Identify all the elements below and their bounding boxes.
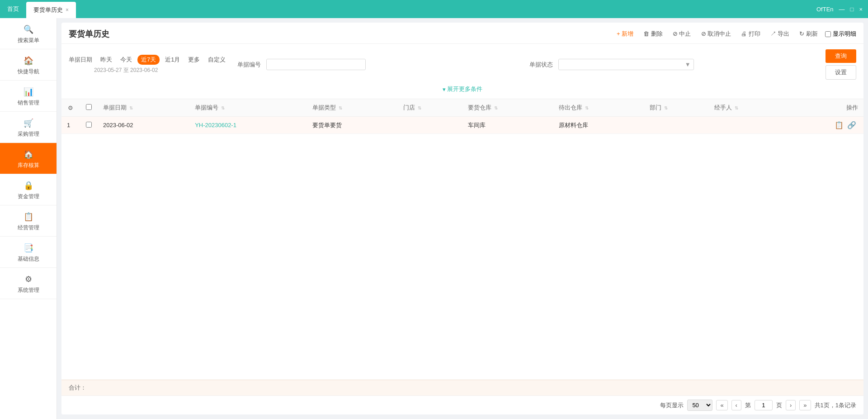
th-settings[interactable]: ⚙: [61, 99, 80, 117]
cell-bill-number: YH-20230602-1: [189, 117, 307, 134]
th-bill-type[interactable]: 单据类型 ⇅: [307, 99, 398, 117]
sidebar-item-label: 搜索菜单: [18, 37, 39, 44]
row-action-link[interactable]: 🔗: [847, 121, 856, 129]
delete-button[interactable]: 🗑 删除: [641, 28, 665, 40]
show-detail-label[interactable]: 显示明细: [825, 30, 856, 38]
sort-icon-handler: ⇅: [735, 105, 738, 110]
sidebar-item-operations-management[interactable]: 📋 经营管理: [0, 205, 57, 237]
bill-number-input[interactable]: [266, 59, 366, 70]
date-btn-1month[interactable]: 近1月: [162, 55, 183, 65]
cell-department: [644, 117, 709, 134]
cell-pending-warehouse: 原材料仓库: [553, 117, 644, 134]
maximize-btn[interactable]: □: [850, 6, 854, 13]
next-page-button[interactable]: ›: [786, 400, 796, 410]
sort-icon-pending-warehouse: ⇅: [585, 105, 589, 110]
show-detail-checkbox[interactable]: [825, 31, 831, 37]
bill-number-label: 单据编号: [237, 61, 261, 69]
tab-label: 要货单历史: [33, 6, 63, 14]
sort-icon-department: ⇅: [664, 105, 668, 110]
select-all-checkbox[interactable]: [86, 104, 92, 110]
query-button[interactable]: 查询: [826, 49, 856, 63]
th-action: 操作: [787, 99, 863, 117]
sidebar-item-capital-management[interactable]: 🔒 资金管理: [0, 174, 57, 205]
bill-date-label: 单据日期: [69, 56, 92, 64]
capital-management-icon: 🔒: [24, 181, 33, 190]
last-page-button[interactable]: »: [799, 400, 811, 410]
brand-label: OfTEn: [816, 6, 834, 13]
content-area: 要货单历史 + 新增 🗑 删除 ⊘ 中止 ⊘ 取消中止 🖨 打印 ↗ 导出 ↻ …: [57, 18, 868, 419]
cell-bill-date: 2023-06-02: [98, 117, 189, 134]
print-button[interactable]: 🖨 打印: [738, 28, 763, 40]
th-req-warehouse[interactable]: 要货仓库 ⇅: [462, 99, 553, 117]
table-header-row: ⚙ 单据日期 ⇅ 单据编号 ⇅: [61, 99, 863, 117]
sales-management-icon: 📊: [24, 87, 33, 97]
sidebar-item-search-menu[interactable]: 🔍 搜索菜单: [0, 18, 57, 49]
page-number-input[interactable]: [755, 400, 773, 410]
prev-page-button[interactable]: ‹: [731, 400, 741, 410]
page-header: 要货单历史 + 新增 🗑 删除 ⊘ 中止 ⊘ 取消中止 🖨 打印 ↗ 导出 ↻ …: [61, 23, 863, 44]
sort-icon-bill-number: ⇅: [221, 105, 225, 110]
date-range-display: 2023-05-27 至 2023-06-02: [94, 67, 158, 74]
sidebar-item-system-management[interactable]: ⚙ 系统管理: [0, 268, 57, 299]
setting-button[interactable]: 设置: [826, 65, 856, 80]
date-btn-today[interactable]: 今天: [118, 55, 135, 65]
page-content: 要货单历史 + 新增 🗑 删除 ⊘ 中止 ⊘ 取消中止 🖨 打印 ↗ 导出 ↻ …: [61, 23, 863, 414]
tab-close-icon[interactable]: ×: [66, 7, 69, 13]
sort-icon-store: ⇅: [418, 105, 421, 110]
cell-store: [398, 117, 462, 134]
date-btn-more[interactable]: 更多: [185, 55, 203, 65]
tab-requisition-history[interactable]: 要货单历史 ×: [26, 2, 76, 18]
page-label: 第: [745, 401, 751, 409]
stop-button[interactable]: ⊘ 中止: [670, 28, 694, 40]
th-pending-warehouse[interactable]: 待出仓库 ⇅: [553, 99, 644, 117]
inventory-accounting-icon: 🏠: [24, 149, 33, 159]
refresh-button[interactable]: ↻ 刷新: [797, 28, 821, 40]
sidebar-item-label: 库存核算: [18, 162, 39, 169]
th-bill-number[interactable]: 单据编号 ⇅: [189, 99, 307, 117]
cell-index: 1: [61, 117, 80, 134]
table-body: 1 2023-06-02 YH-20230602-1 要货单要货 车间库: [61, 117, 863, 134]
export-button[interactable]: ↗ 导出: [768, 28, 793, 40]
sidebar-item-sales-management[interactable]: 📊 销售管理: [0, 81, 57, 112]
close-btn[interactable]: ×: [859, 6, 863, 13]
sort-icon-bill-type: ⇅: [339, 105, 342, 110]
sidebar-item-shortcut-nav[interactable]: 🏠 快捷导航: [0, 49, 57, 81]
bill-number-link[interactable]: YH-20230602-1: [195, 122, 236, 129]
top-bar: 首页 要货单历史 × OfTEn — □ ×: [0, 0, 868, 18]
tab-home[interactable]: 首页: [0, 0, 26, 18]
th-bill-date[interactable]: 单据日期 ⇅: [98, 99, 189, 117]
th-checkbox: [80, 99, 98, 117]
table-row: 1 2023-06-02 YH-20230602-1 要货单要货 车间库: [61, 117, 863, 134]
th-department[interactable]: 部门 ⇅: [644, 99, 709, 117]
total-info: 共1页，1条记录: [815, 401, 856, 409]
top-bar-right: OfTEn — □ ×: [816, 6, 868, 13]
date-btn-custom[interactable]: 自定义: [205, 55, 228, 65]
bill-status-select[interactable]: [558, 59, 694, 70]
page-unit: 页: [776, 401, 782, 409]
page-title: 要货单历史: [69, 29, 614, 39]
row-checkbox[interactable]: [86, 122, 92, 128]
expand-text: 展开更多条件: [447, 85, 482, 93]
th-handler[interactable]: 经手人 ⇅: [709, 99, 787, 117]
sidebar-item-basic-info[interactable]: 📑 基础信息: [0, 237, 57, 268]
sidebar-item-purchase-management[interactable]: 🛒 采购管理: [0, 112, 57, 143]
first-page-button[interactable]: «: [716, 400, 727, 410]
cell-handler: [709, 117, 787, 134]
date-btn-yesterday[interactable]: 昨天: [98, 55, 115, 65]
row-action-preview[interactable]: 📋: [835, 121, 844, 129]
sidebar-item-inventory-accounting[interactable]: 🏠 库存核算: [0, 143, 57, 174]
pagination-bar: 每页显示 50 20 100 « ‹ 第 页 › » 共1页，1条记录: [61, 395, 863, 414]
bill-status-label: 单据状态: [529, 61, 553, 69]
sidebar-item-label: 采购管理: [18, 130, 39, 138]
minimize-btn[interactable]: —: [839, 6, 845, 13]
new-button[interactable]: + 新增: [614, 28, 636, 40]
date-btn-7days[interactable]: 近7天: [137, 55, 160, 65]
page-size-select[interactable]: 50 20 100: [687, 400, 712, 411]
cancel-stop-button[interactable]: ⊘ 取消中止: [698, 28, 734, 40]
sidebar-item-label: 快捷导航: [18, 68, 39, 76]
table-wrap: ⚙ 单据日期 ⇅ 单据编号 ⇅: [61, 99, 863, 380]
sidebar-item-label: 经营管理: [18, 224, 39, 232]
expand-conditions-button[interactable]: ▾ 展开更多条件: [443, 83, 482, 95]
th-store[interactable]: 门店 ⇅: [398, 99, 462, 117]
filter-row-1: 单据日期 昨天 今天 近7天 近1月 更多 自定义 2023-05-27 至 2…: [69, 49, 856, 80]
